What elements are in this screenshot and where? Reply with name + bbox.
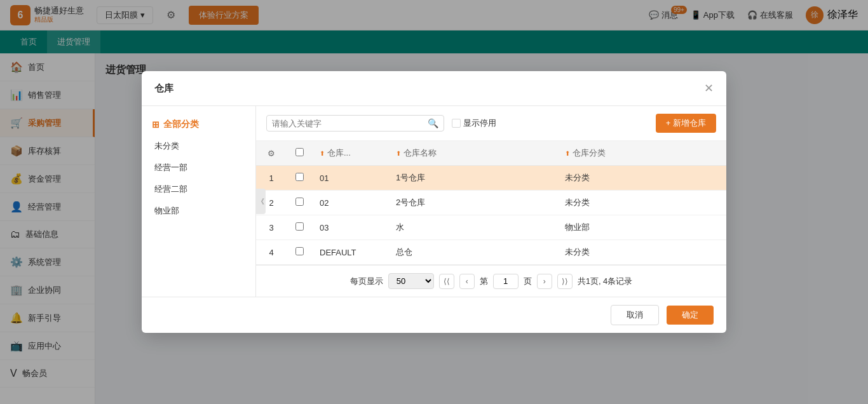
col-gear: ⚙: [256, 141, 287, 166]
category-item-uncategorized[interactable]: 未分类: [142, 135, 255, 157]
warehouse-dialog: 仓库 ✕ ⊞ 全部分类 未分类 经营一部 经营二部: [142, 71, 726, 333]
page-number-input[interactable]: [493, 274, 519, 289]
add-warehouse-btn[interactable]: + 新增仓库: [656, 114, 716, 133]
dialog-toolbar: 🔍 显示停用 + 新增仓库: [256, 106, 726, 141]
row-no: 4: [256, 240, 287, 265]
row-checkbox[interactable]: [287, 191, 312, 215]
sidebar-collapse-btn[interactable]: 《: [255, 189, 266, 214]
search-box: 🔍: [266, 115, 444, 131]
col-category: ⬆ 仓库分类: [557, 141, 726, 166]
row-checkbox[interactable]: [287, 215, 312, 240]
row-no: 3: [256, 215, 287, 240]
search-icon: 🔍: [428, 118, 438, 128]
dialog-body: ⊞ 全部分类 未分类 经营一部 经营二部 物业部 《: [142, 106, 726, 297]
search-input[interactable]: [272, 119, 424, 128]
dialog-title: 仓库: [154, 83, 173, 95]
table-header: ⚙ ⬆ 仓库...: [256, 141, 726, 166]
dialog-main-panel: 🔍 显示停用 + 新增仓库 ⚙: [256, 106, 726, 297]
sort-icon-code: ⬆: [320, 150, 325, 157]
row-checkbox[interactable]: [287, 166, 312, 191]
row-name: 水: [388, 215, 557, 240]
row-name: 1号仓库: [388, 166, 557, 191]
sort-icon-name: ⬆: [396, 150, 401, 157]
row-no: 1: [256, 166, 287, 191]
first-page-btn[interactable]: ⟨⟨: [439, 274, 454, 289]
prev-page-btn[interactable]: ‹: [459, 274, 475, 289]
per-page-label: 每页显示: [350, 276, 383, 287]
col-check: [287, 141, 312, 166]
row-code: 02: [312, 191, 388, 215]
row-name: 总仓: [388, 240, 557, 265]
category-item-property[interactable]: 物业部: [142, 200, 255, 222]
page-prefix-label: 第: [480, 276, 488, 287]
sort-icon-category: ⬆: [565, 150, 570, 157]
confirm-btn[interactable]: 确定: [667, 306, 714, 325]
table-row[interactable]: 4 DEFAULT 总仓 未分类: [256, 240, 726, 265]
gear-icon[interactable]: ⚙: [268, 149, 275, 158]
grid-icon: ⊞: [152, 119, 159, 130]
dialog-close-btn[interactable]: ✕: [704, 81, 714, 95]
table-body: 1 01 1号仓库 未分类 2 02 2号仓库 未分类 3 03 水 物业部 4…: [256, 166, 726, 265]
table-row[interactable]: 2 02 2号仓库 未分类: [256, 191, 726, 215]
row-category: 未分类: [557, 191, 726, 215]
row-checkbox[interactable]: [287, 240, 312, 265]
cancel-btn[interactable]: 取消: [611, 305, 659, 325]
row-category: 物业部: [557, 215, 726, 240]
per-page-select[interactable]: 50 100 200: [388, 273, 434, 289]
category-all-btn[interactable]: ⊞ 全部分类: [142, 114, 255, 135]
row-code: 03: [312, 215, 388, 240]
dialog-header: 仓库 ✕: [142, 71, 726, 106]
row-code: DEFAULT: [312, 240, 388, 265]
dialog-footer: 取消 确定: [142, 297, 726, 333]
show-disabled-checkbox[interactable]: 显示停用: [452, 118, 496, 129]
table-row[interactable]: 1 01 1号仓库 未分类: [256, 166, 726, 191]
category-item-dept1[interactable]: 经营一部: [142, 157, 255, 178]
last-page-btn[interactable]: ⟩⟩: [557, 274, 573, 289]
select-all-checkbox[interactable]: [295, 148, 304, 156]
table-row[interactable]: 3 03 水 物业部: [256, 215, 726, 240]
page-suffix-label: 页: [524, 276, 532, 287]
row-category: 未分类: [557, 166, 726, 191]
col-name: ⬆ 仓库名称: [388, 141, 557, 166]
col-code: ⬆ 仓库...: [312, 141, 388, 166]
next-page-btn[interactable]: ›: [537, 274, 552, 289]
row-code: 01: [312, 166, 388, 191]
row-category: 未分类: [557, 240, 726, 265]
warehouse-table: ⚙ ⬆ 仓库...: [256, 141, 726, 265]
total-info: 共1页, 4条记录: [578, 276, 633, 287]
category-item-dept2[interactable]: 经营二部: [142, 178, 255, 200]
pagination: 每页显示 50 100 200 ⟨⟨ ‹ 第 页 › ⟩⟩ 共1页, 4条记录: [256, 265, 726, 297]
dialog-category-sidebar: ⊞ 全部分类 未分类 经营一部 经营二部 物业部 《: [142, 106, 256, 297]
disabled-checkbox[interactable]: [452, 119, 461, 128]
dialog-overlay: 仓库 ✕ ⊞ 全部分类 未分类 经营一部 经营二部: [0, 0, 868, 404]
row-name: 2号仓库: [388, 191, 557, 215]
